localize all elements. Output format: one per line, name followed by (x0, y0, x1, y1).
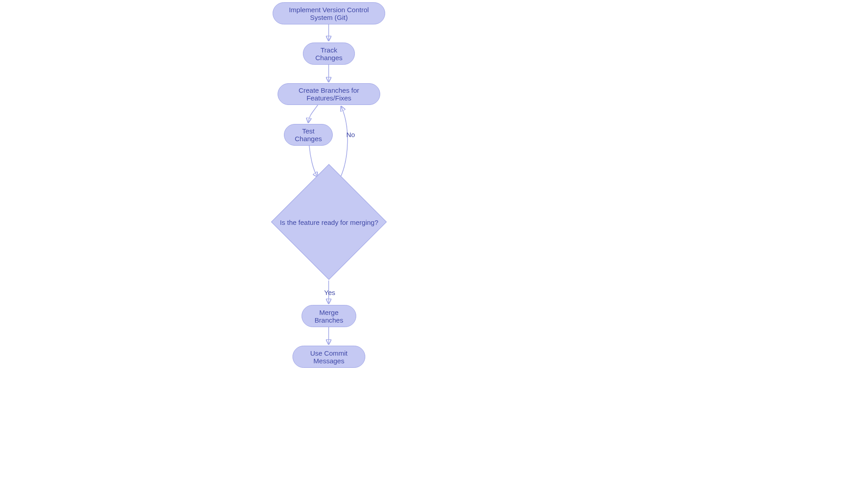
node-track-changes: Track Changes (303, 43, 355, 65)
node-decision-ready (271, 164, 387, 280)
node-use-commit-messages: Use Commit Messages (292, 346, 365, 368)
node-label: Track Changes (311, 46, 346, 62)
node-label: Create Branches for Features/Fixes (286, 86, 372, 102)
node-label: Merge Branches (310, 309, 348, 324)
edges-layer (0, 0, 868, 490)
node-merge-branches: Merge Branches (302, 305, 356, 327)
node-implement-vcs: Implement Version Control System (Git) (273, 2, 385, 24)
edge-label-no: No (346, 131, 355, 138)
node-label: Use Commit Messages (301, 349, 357, 365)
node-label: Implement Version Control System (Git) (281, 6, 377, 21)
edge-label-yes: Yes (324, 289, 335, 296)
node-label: Test Changes (292, 127, 324, 143)
node-test-changes: Test Changes (284, 124, 333, 146)
flowchart-canvas: Implement Version Control System (Git) T… (0, 0, 868, 490)
node-create-branches: Create Branches for Features/Fixes (278, 83, 380, 105)
